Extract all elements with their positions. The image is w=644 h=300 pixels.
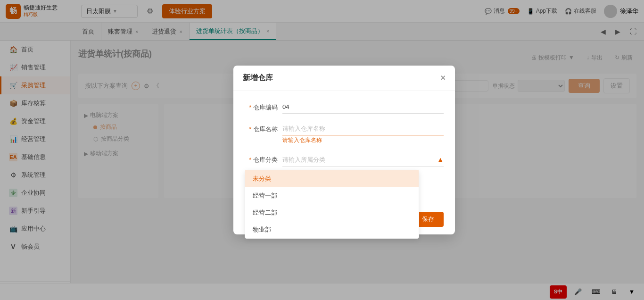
- category-input[interactable]: [282, 156, 437, 163]
- category-label: * 仓库分类: [245, 153, 282, 164]
- form-row-name: * 仓库名称 请输入仓库名称: [245, 122, 444, 144]
- category-dropdown-wrapper: ▲ 未分类 经营一部 经营二部 物业部: [282, 153, 444, 167]
- name-field-wrap: 请输入仓库名称: [282, 122, 444, 144]
- modal-close-button[interactable]: ×: [440, 73, 446, 83]
- modal-title: 新增仓库: [243, 73, 273, 83]
- modal-new-warehouse: 新增仓库 × * 仓库编码 * 仓库名称 请输入仓库名称: [233, 66, 455, 234]
- form-row-code: * 仓库编码: [245, 100, 444, 114]
- required-star2: *: [249, 125, 251, 133]
- warehouse-name-input[interactable]: [282, 122, 444, 135]
- category-chevron-icon[interactable]: ▲: [437, 156, 444, 163]
- dropdown-item-dept2[interactable]: 经营二部: [245, 204, 419, 221]
- code-field-wrap: [282, 100, 444, 114]
- name-label: * 仓库名称: [245, 122, 282, 133]
- required-star: *: [249, 104, 251, 111]
- modal-header: 新增仓库 ×: [233, 66, 455, 91]
- dropdown-item-unclassified[interactable]: 未分类: [245, 170, 419, 187]
- dropdown-item-property[interactable]: 物业部: [245, 221, 419, 238]
- warehouse-code-input[interactable]: [282, 100, 444, 114]
- category-input-row: ▲: [282, 153, 444, 167]
- category-dropdown-list: 未分类 经营一部 经营二部 物业部: [245, 170, 419, 239]
- form-row-category: * 仓库分类 ▲ 未分类 经营一部 经营二部 物业部: [245, 153, 444, 167]
- required-star3: *: [249, 156, 251, 163]
- name-error-msg: 请输入仓库名称: [282, 136, 444, 144]
- dropdown-item-dept1[interactable]: 经营一部: [245, 187, 419, 204]
- code-label: * 仓库编码: [245, 100, 282, 112]
- modal-body: * 仓库编码 * 仓库名称 请输入仓库名称 * 仓库分类: [233, 91, 455, 206]
